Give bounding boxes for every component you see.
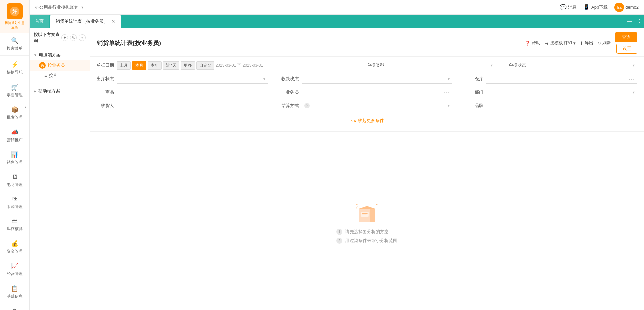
app-logo: 好 畅捷通好生意 标版 [0, 0, 29, 33]
tab-close-icon[interactable]: ✕ [111, 19, 115, 24]
filter-brand: 品牌 ··· [466, 101, 637, 110]
quick-nav-icon: ⚡ [11, 61, 18, 68]
sidebar-item-sales[interactable]: 📊 销售管理 [0, 147, 29, 169]
messages-button[interactable]: 💬 消息 [560, 4, 577, 10]
doc-type-dropdown-icon: ▾ [491, 63, 493, 68]
sidebar-item-business[interactable]: 📈 经营管理 [0, 258, 29, 281]
date-last-7[interactable]: 近7天 [163, 61, 179, 70]
sidebar-item-finance[interactable]: 💰 资金管理 [0, 236, 29, 258]
help-icon: ❓ [525, 41, 530, 46]
order-icon: ≡ [44, 73, 47, 79]
user-avatar: Ea [614, 3, 624, 12]
collapse-icon: « [81, 35, 84, 40]
app-download-button[interactable]: 📱 App下载 [583, 4, 608, 10]
settings-button[interactable]: 设置 [616, 44, 637, 54]
help-button[interactable]: ❓ 帮助 [525, 40, 540, 46]
doc-status-label: 单据状态 [509, 62, 526, 68]
date-custom[interactable]: 自定义 [196, 61, 214, 70]
payment-clear-icon[interactable]: ✕ [304, 103, 310, 108]
scheme-item-by-salesman[interactable]: 员 按业务员 [30, 60, 90, 71]
panel-edit-button[interactable]: ✎ [70, 34, 77, 41]
filter-doc-status: 单据状态 ▾ [509, 61, 637, 70]
workspace-dropdown-arrow[interactable]: ▾ [81, 5, 83, 10]
department-control[interactable]: ▾ [486, 88, 637, 97]
sidebar-item-label: 采购管理 [7, 204, 23, 210]
sidebar-item-basic[interactable]: 📋 基础信息 [0, 281, 29, 303]
receipt-status-control[interactable]: ▾ [302, 74, 453, 84]
tab-minimize-icon[interactable]: — [627, 18, 632, 24]
goods-control[interactable]: ··· [117, 88, 268, 97]
scheme-item-by-order[interactable]: ≡ 按单 [30, 71, 90, 81]
print-dropdown-icon[interactable]: ▾ [573, 41, 576, 46]
out-status-control[interactable]: ▾ [117, 74, 268, 84]
brand-control[interactable]: ··· [486, 101, 637, 110]
out-status-dropdown-icon: ▾ [263, 76, 265, 81]
svg-rect-6 [361, 212, 368, 217]
sidebar-item-label: 批发管理 [7, 115, 23, 120]
scheme-group-desktop: ▼ 电脑端方案 员 按业务员 ≡ 按单 [30, 47, 90, 83]
tab-home[interactable]: 首页 [30, 15, 49, 28]
sidebar-item-system[interactable]: ⚙ 系统管理 [0, 303, 29, 310]
sidebar-item-quick-nav[interactable]: ⚡ 快捷导航 [0, 57, 29, 80]
sidebar-item-marketing[interactable]: 📣 营销推广 [0, 124, 29, 147]
ecommerce-icon: 🖥 [12, 173, 18, 180]
tab-sales-stat[interactable]: 销货单统计表（按业务员） ✕ [50, 15, 121, 28]
scheme-item-label: 按单 [49, 73, 57, 79]
refresh-button[interactable]: ↻ 刷新 [597, 40, 611, 46]
scheme-group-desktop-header[interactable]: ▼ 电脑端方案 [30, 50, 90, 60]
date-current-month[interactable]: 本月 [132, 61, 146, 70]
sales-icon: 📊 [11, 151, 18, 158]
refresh-icon: ↻ [597, 41, 601, 46]
scheme-group-mobile-header[interactable]: ▶ 移动端方案 [30, 86, 90, 96]
main-area: 办公用品行业模拟账套 ▾ 💬 消息 📱 App下载 Ea demo2 首页 [30, 0, 644, 310]
doc-type-control[interactable]: ▾ [387, 61, 495, 70]
warehouse-more-icon: ··· [629, 76, 635, 82]
sidebar-item-label: 经营管理 [7, 271, 23, 277]
doc-status-dropdown-icon: ▾ [633, 63, 635, 68]
date-last-month[interactable]: 上月 [117, 61, 131, 70]
left-panel-title: 按以下方案查询 [34, 32, 61, 44]
sidebar-item-purchase[interactable]: 🛍 采购管理 [0, 192, 29, 214]
collapse-row: ∧∧ 收起更多条件 [97, 114, 637, 127]
payment-control[interactable]: ✕ ▾ [302, 101, 453, 110]
right-content: 销货单统计表(按业务员) ❓ 帮助 🖨 按模板打印 ▾ ⬇ 导出 [90, 28, 644, 310]
receiver-more-icon: ··· [259, 103, 265, 108]
marketing-icon: 📣 [11, 128, 18, 136]
tip-text-1: 请先选择要分析的方案 [345, 229, 389, 235]
export-button[interactable]: ⬇ 导出 [580, 40, 593, 46]
empty-tips: 1 请先选择要分析的方案 2 用过滤条件来缩小分析范围 [336, 229, 397, 244]
panel-add-button[interactable]: + [61, 34, 68, 41]
svg-text:✦: ✦ [376, 203, 378, 206]
tab-actions: — ⛶ [623, 18, 644, 24]
sidebar-item-search-menu[interactable]: 🔍 搜索菜单 [0, 33, 29, 56]
sidebar-item-wholesale[interactable]: 📦 批发管理 ▲ [0, 102, 29, 124]
tab-maximize-icon[interactable]: ⛶ [635, 18, 640, 24]
collapse-button[interactable]: ∧∧ 收起更多条件 [350, 116, 384, 126]
date-current-year[interactable]: 本年 [148, 61, 162, 70]
receiver-control[interactable]: ··· [117, 101, 268, 110]
salesman-control[interactable]: ··· [302, 88, 453, 97]
message-icon: 💬 [560, 4, 567, 10]
empty-tip-1: 1 请先选择要分析的方案 [336, 229, 397, 235]
template-print-button[interactable]: 🖨 按模板打印 ▾ [544, 40, 576, 46]
warehouse-control[interactable]: ··· [486, 74, 637, 84]
panel-actions: + ✎ « [61, 34, 86, 41]
filter-area: 单据日期 上月 本月 本年 近7天 更多 自定义 2023-03-01 至 20… [90, 57, 644, 132]
scheme-group-label: 电脑端方案 [39, 52, 61, 58]
doc-status-control[interactable]: ▾ [529, 61, 637, 70]
query-button[interactable]: 查询 [615, 32, 637, 42]
panel-collapse-button[interactable]: « [79, 34, 86, 41]
edit-icon: ✎ [72, 35, 75, 40]
sidebar-item-retail[interactable]: 🛒 零售管理 [0, 80, 29, 102]
sidebar-item-label: 资金管理 [7, 249, 23, 254]
tab-sales-stat-label: 销货单统计表（按业务员） [56, 18, 108, 24]
scheme-group-label: 移动端方案 [38, 88, 60, 94]
sidebar-item-ecommerce[interactable]: 🖥 电商管理 [0, 169, 29, 192]
salesman-label: 业务员 [281, 89, 299, 95]
export-icon: ⬇ [580, 41, 583, 46]
download-icon: 📱 [583, 4, 590, 10]
purchase-icon: 🛍 [12, 196, 18, 203]
user-menu-button[interactable]: Ea demo2 [614, 3, 639, 12]
sidebar-item-inventory[interactable]: 🗃 库存核算 [0, 214, 29, 236]
date-more[interactable]: 更多 [181, 61, 195, 70]
